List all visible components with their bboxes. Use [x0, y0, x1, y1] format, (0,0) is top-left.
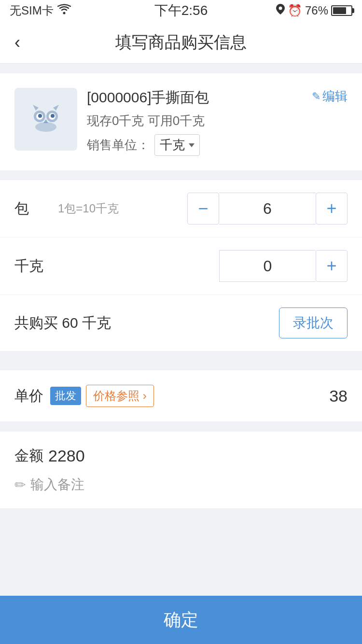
- svg-point-11: [35, 122, 56, 132]
- location-icon: [276, 4, 285, 17]
- price-section: 单价 批发 价格参照 › 38: [0, 370, 362, 422]
- product-info: [0000006]手撕面包 现存0千克 可用0千克 销售单位： 千克: [87, 88, 348, 156]
- remark-row[interactable]: ✏ 输入备注: [14, 476, 348, 494]
- back-button[interactable]: ‹: [14, 32, 20, 53]
- svg-point-0: [63, 12, 65, 14]
- confirm-label: 确定: [164, 608, 198, 632]
- amount-value: 2280: [48, 447, 85, 465]
- bag-label: 包: [14, 199, 53, 219]
- unit-label: 销售单位：: [87, 137, 150, 154]
- amount-row: 金额 2280: [14, 446, 348, 466]
- amount-label: 金额: [14, 446, 43, 466]
- kg-plus-button[interactable]: +: [316, 250, 348, 282]
- price-ref-button[interactable]: 价格参照 ›: [86, 385, 154, 407]
- product-card: [0000006]手撕面包 现存0千克 可用0千克 销售单位： 千克 ✎ 编辑: [0, 73, 362, 170]
- price-row: 单价 批发 价格参照 › 38: [0, 370, 362, 422]
- price-value: 38: [329, 387, 348, 406]
- kg-quantity-input[interactable]: [219, 250, 316, 282]
- bag-quantity-row: 包 1包=10千克 − +: [0, 180, 362, 238]
- page-title: 填写商品购买信息: [115, 31, 247, 54]
- kg-quantity-controls: +: [219, 250, 348, 282]
- edit-icon: ✎: [312, 90, 320, 103]
- battery-percent: 76%: [305, 4, 328, 17]
- status-right: ⏰ 76%: [276, 4, 352, 17]
- bag-plus-button[interactable]: +: [316, 193, 348, 224]
- total-label: 共购买: [14, 315, 58, 331]
- price-tag: 批发: [50, 387, 81, 405]
- remark-placeholder: 输入备注: [30, 476, 84, 494]
- bag-hint: 1包=10千克: [58, 201, 187, 216]
- chevron-down-icon: [189, 143, 195, 147]
- batch-button[interactable]: 录批次: [279, 308, 348, 338]
- unit-value: 千克: [160, 137, 185, 154]
- total-row: 共购买 60 千克 录批次: [0, 295, 362, 351]
- kg-quantity-row: 千克 +: [0, 238, 362, 295]
- nav-bar: ‹ 填写商品购买信息: [0, 21, 362, 64]
- status-bar: 无SIM卡 下午2:56 ⏰ 76%: [0, 0, 362, 21]
- pencil-icon: ✏: [14, 477, 26, 493]
- carrier-text: 无SIM卡: [10, 3, 54, 18]
- svg-marker-10: [53, 105, 59, 111]
- svg-point-7: [51, 114, 55, 118]
- total-amount: 60: [62, 315, 78, 331]
- kg-label: 千克: [14, 256, 53, 276]
- battery-icon: [331, 5, 352, 16]
- total-unit: 千克: [82, 315, 111, 331]
- price-label: 单价: [14, 386, 43, 406]
- back-icon: ‹: [14, 32, 20, 52]
- svg-point-6: [38, 114, 42, 118]
- product-unit-row: 销售单位： 千克: [87, 134, 348, 156]
- svg-point-1: [278, 7, 282, 10]
- wifi-icon: [57, 4, 71, 17]
- status-time: 下午2:56: [154, 1, 208, 20]
- product-name: [0000006]手撕面包: [87, 88, 348, 108]
- total-text: 共购买 60 千克: [14, 313, 111, 333]
- edit-label: 编辑: [322, 88, 348, 105]
- product-image: [14, 88, 77, 151]
- svg-marker-9: [33, 105, 39, 111]
- edit-button[interactable]: ✎ 编辑: [312, 88, 348, 105]
- status-left: 无SIM卡: [10, 3, 71, 18]
- divider-2: [0, 351, 362, 361]
- product-stock: 现存0千克 可用0千克: [87, 112, 348, 129]
- divider-1: [0, 170, 362, 180]
- unit-dropdown[interactable]: 千克: [154, 134, 200, 156]
- amount-section: 金额 2280 ✏ 输入备注: [0, 432, 362, 508]
- bag-quantity-controls: − +: [187, 193, 348, 224]
- confirm-button[interactable]: 确定: [0, 596, 362, 644]
- bag-quantity-input[interactable]: [219, 193, 316, 224]
- product-logo: [29, 103, 63, 136]
- bag-minus-button[interactable]: −: [187, 193, 219, 224]
- alarm-icon: ⏰: [288, 4, 302, 17]
- quantity-section: 包 1包=10千克 − + 千克 + 共购买 60 千克 录批次: [0, 180, 362, 351]
